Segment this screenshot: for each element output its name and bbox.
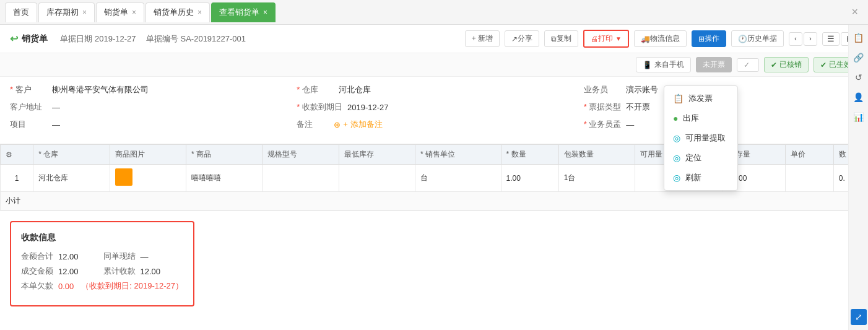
- product-image: [115, 168, 132, 186]
- effective-icon: ✔: [820, 61, 827, 69]
- tab-sales[interactable]: 销货单 ×: [96, 2, 144, 22]
- project-value: —: [52, 120, 60, 129]
- prev-button[interactable]: ‹: [789, 32, 802, 46]
- row-spec: [263, 165, 339, 192]
- project-label: 项目: [10, 119, 47, 130]
- invoice-icon: 📋: [673, 93, 684, 103]
- date-label: 单据日期: [60, 33, 92, 45]
- row-product: 嘻嘻嘻嘻: [186, 165, 262, 192]
- warehouse-label: 仓库: [297, 84, 334, 95]
- outbound-item[interactable]: ● 出库: [664, 108, 737, 128]
- transaction-item: 成交金额 12.00: [21, 266, 79, 277]
- row-image: [110, 165, 186, 192]
- subtotal-label: 小计: [1, 192, 868, 211]
- from-phone-button[interactable]: 📱 来自手机: [636, 57, 691, 72]
- bottom-section: 收款信息 金额合计 12.00 同单现结 — 成交金额 12.00: [0, 211, 868, 316]
- payment-date-label: 收款到期日: [297, 102, 342, 113]
- number-label: 单据编号: [146, 33, 178, 45]
- doc-title-icon: ↩: [10, 33, 18, 45]
- add-invoice-item[interactable]: 📋 添发票: [664, 89, 737, 108]
- copy-button[interactable]: ⧉ 复制: [544, 30, 578, 47]
- tab-sales-history[interactable]: 销货单历史 ×: [145, 2, 210, 22]
- cumulative-label: 累计收款: [103, 266, 136, 277]
- staff-value: 演示账号: [626, 84, 658, 95]
- payment-date-field: 收款到期日 2019-12-27: [297, 102, 571, 113]
- refresh-icon: ◎: [673, 173, 680, 183]
- tab-bar: 首页 库存期初 × 销货单 × 销货单历史 × 查看销货单 × ×: [0, 0, 868, 25]
- owed-value: 0.00: [58, 282, 74, 291]
- col-qty: * 数量: [501, 145, 558, 165]
- confirm-button[interactable]: ✓: [737, 58, 759, 72]
- copy-icon: ⧉: [551, 35, 557, 43]
- sidebar-icon-2[interactable]: 🔗: [851, 50, 867, 66]
- tab-close-inventory[interactable]: ×: [82, 8, 87, 17]
- total-value: 12.00: [58, 252, 79, 261]
- address-value: —: [52, 103, 60, 112]
- col-spec: 规格型号: [263, 145, 339, 165]
- col-pkg-qty: 包装数量: [558, 145, 635, 165]
- available-qty-item[interactable]: ◎ 可用量提取: [664, 128, 737, 148]
- add-note-button[interactable]: ⊕ + 添加备注: [334, 119, 382, 130]
- cumulative-item: 累计收款 12.00: [103, 266, 161, 277]
- owed-note: （收款到期日: 2019-12-27）: [81, 280, 183, 292]
- payment-row-2: 成交金额 12.00 累计收款 12.00: [21, 266, 183, 277]
- payment-info-box: 收款信息 金额合计 12.00 同单现结 — 成交金额 12.00: [10, 221, 194, 306]
- next-button[interactable]: ›: [804, 32, 817, 46]
- list-view-button[interactable]: ☰: [822, 32, 840, 46]
- tab-close-view-sales[interactable]: ×: [263, 8, 267, 17]
- sidebar-icon-4[interactable]: 👤: [851, 89, 867, 105]
- row-warehouse: 河北仓库: [33, 165, 110, 192]
- settlement-value: —: [141, 252, 149, 261]
- tab-close-sales[interactable]: ×: [132, 8, 136, 17]
- payment-date-value: 2019-12-27: [347, 103, 389, 112]
- available-icon: ◎: [673, 133, 680, 143]
- doc-title-text: 销货单: [22, 33, 48, 45]
- print-icon: 🖨: [591, 35, 598, 43]
- address-label: 客户地址: [10, 102, 47, 113]
- sidebar-icon-5[interactable]: 📊: [851, 109, 867, 125]
- locate-item[interactable]: ◎ 定位: [664, 148, 737, 168]
- address-field: 客户地址 —: [10, 102, 284, 113]
- sidebar-icon-1[interactable]: 📋: [851, 30, 867, 46]
- new-button[interactable]: + 新增: [465, 30, 500, 47]
- row-price: [786, 165, 834, 192]
- nav-arrows: ‹ ›: [789, 32, 817, 46]
- row-index: 1: [1, 165, 33, 192]
- total-label: 金额合计: [21, 251, 53, 262]
- tab-close-sales-history[interactable]: ×: [197, 8, 202, 17]
- truck-icon: 🚚: [641, 35, 650, 43]
- owed-label: 本单欠款: [21, 280, 53, 292]
- tab-home[interactable]: 首页: [5, 2, 37, 22]
- sidebar-icon-3[interactable]: ↺: [851, 69, 867, 85]
- col-warehouse: * 仓库: [33, 145, 110, 165]
- settlement-label: 同单现结: [103, 251, 136, 262]
- print-dropdown-arrow: ▼: [615, 35, 622, 42]
- locate-icon: ◎: [673, 153, 680, 163]
- number-value: SA-20191227-001: [181, 34, 246, 43]
- not-opened-button[interactable]: 未开票: [696, 57, 732, 72]
- subtotal-row: 小计: [1, 192, 868, 211]
- confirmed-badge: ✔ 已核销: [764, 57, 809, 72]
- operate-icon: ⊞: [698, 35, 705, 43]
- global-close-button[interactable]: ×: [846, 6, 863, 19]
- col-unit: * 销售单位: [415, 145, 501, 165]
- toolbar-row: 📱 来自手机 未开票 ✓ ✔ 已核销 ✔ 已生效: [0, 53, 868, 77]
- staff2-label: 业务员孟: [584, 119, 622, 130]
- payment-row-1: 金额合计 12.00 同单现结 —: [21, 251, 183, 262]
- col-product: * 商品: [186, 145, 262, 165]
- print-button[interactable]: 🖨 打印 ▼: [583, 30, 629, 48]
- operate-button[interactable]: ⊞ 操作: [692, 30, 726, 47]
- doc-meta: 单据日期 2019-12-27 单据编号 SA-20191227-001: [60, 33, 256, 45]
- share-button[interactable]: ↗ 分享: [505, 30, 539, 47]
- phone-icon: 📱: [643, 61, 652, 69]
- transaction-value: 12.00: [58, 267, 79, 276]
- tab-view-sales[interactable]: 查看销货单 ×: [211, 2, 276, 22]
- tab-inventory[interactable]: 库存期初 ×: [38, 2, 95, 22]
- transaction-label: 成交金额: [21, 266, 53, 277]
- add-icon: ⊕: [334, 120, 341, 129]
- logistics-button[interactable]: 🚚 物流信息: [634, 30, 687, 47]
- cumulative-value: 12.00: [141, 267, 161, 276]
- refresh-item[interactable]: ◎ 刷新: [664, 168, 737, 188]
- expand-button[interactable]: ⤢: [851, 309, 867, 325]
- history-button[interactable]: 🕐 历史单据: [731, 30, 784, 47]
